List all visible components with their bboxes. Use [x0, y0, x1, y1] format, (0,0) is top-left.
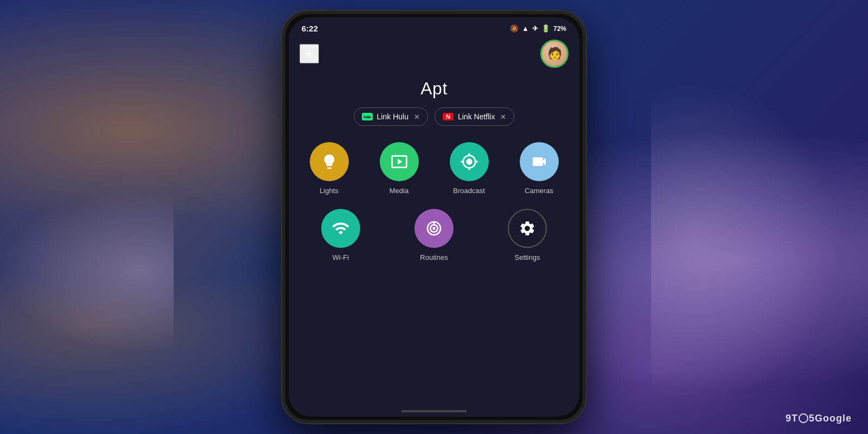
- wifi-label: Wi-Fi: [333, 253, 349, 261]
- svg-point-1: [432, 227, 435, 229]
- wifi-icon: [331, 219, 350, 238]
- avatar-image: 🧑: [547, 47, 562, 61]
- routines-icon: [425, 220, 443, 237]
- settings-label: Settings: [515, 253, 540, 261]
- icon-media[interactable]: Media: [364, 137, 434, 203]
- power-button: [585, 133, 586, 161]
- chip-netflix-label: Link Netflix: [458, 112, 495, 121]
- phone-frame: 6:22 🔕 ▲ ✈ 🔋 72% + 🧑 Apt hulu Link Hulu …: [282, 11, 586, 423]
- watermark: 9T5Google: [786, 413, 852, 424]
- battery-icon: 🔋: [541, 24, 550, 33]
- media-label: Media: [390, 187, 409, 195]
- add-button[interactable]: +: [299, 44, 319, 63]
- lights-circle: [310, 142, 349, 181]
- chip-hulu-close[interactable]: ✕: [414, 113, 420, 121]
- icons-grid-row1: Lights Media Broadcast: [289, 137, 579, 203]
- broadcast-icon: [460, 152, 478, 171]
- status-bar: 6:22 🔕 ▲ ✈ 🔋 72%: [289, 17, 579, 36]
- chip-netflix-close[interactable]: ✕: [500, 113, 506, 121]
- media-circle: [380, 142, 419, 181]
- mute-icon: 🔕: [510, 24, 519, 33]
- cameras-circle: [520, 142, 559, 181]
- camera-icon: [531, 153, 548, 170]
- airplane-icon: ✈: [532, 24, 538, 33]
- chip-netflix[interactable]: N Link Netflix ✕: [435, 107, 514, 126]
- chip-hulu-label: Link Hulu: [377, 112, 409, 121]
- link-chips: hulu Link Hulu ✕ N Link Netflix ✕: [289, 107, 579, 137]
- broadcast-circle: [450, 142, 489, 181]
- icon-settings[interactable]: Settings: [481, 203, 574, 270]
- wifi-circle: [321, 209, 360, 248]
- icon-broadcast[interactable]: Broadcast: [434, 137, 504, 203]
- settings-gear-icon: [519, 220, 536, 237]
- hulu-logo: hulu: [362, 113, 373, 120]
- icon-routines[interactable]: Routines: [387, 203, 481, 270]
- status-icons: 🔕 ▲ ✈ 🔋 72%: [510, 24, 566, 33]
- routines-label: Routines: [420, 253, 448, 261]
- broadcast-label: Broadcast: [453, 187, 485, 195]
- wifi-status-icon: ▲: [522, 24, 529, 33]
- icon-wifi[interactable]: Wi-Fi: [294, 203, 387, 270]
- media-play-icon: [391, 153, 408, 170]
- netflix-logo: N: [443, 113, 454, 120]
- app-title: Apt: [289, 73, 579, 107]
- bottom-bar: [401, 410, 467, 412]
- routines-circle: [414, 209, 454, 248]
- watermark-o: [799, 413, 808, 423]
- settings-circle: [508, 209, 547, 248]
- status-time: 6:22: [302, 24, 318, 33]
- avatar[interactable]: 🧑: [540, 40, 569, 68]
- cameras-label: Cameras: [525, 187, 553, 195]
- battery-percent: 72%: [553, 25, 566, 33]
- chip-hulu[interactable]: hulu Link Hulu ✕: [354, 107, 428, 126]
- icon-lights[interactable]: Lights: [294, 137, 364, 203]
- phone-screen: 6:22 🔕 ▲ ✈ 🔋 72% + 🧑 Apt hulu Link Hulu …: [289, 17, 579, 417]
- svg-point-0: [467, 159, 471, 163]
- header-row: + 🧑: [289, 36, 579, 73]
- icon-cameras[interactable]: Cameras: [504, 137, 574, 203]
- icons-grid-row2: Wi-Fi Routines: [289, 203, 579, 270]
- lights-label: Lights: [320, 187, 339, 195]
- light-bulb-icon: [321, 153, 338, 170]
